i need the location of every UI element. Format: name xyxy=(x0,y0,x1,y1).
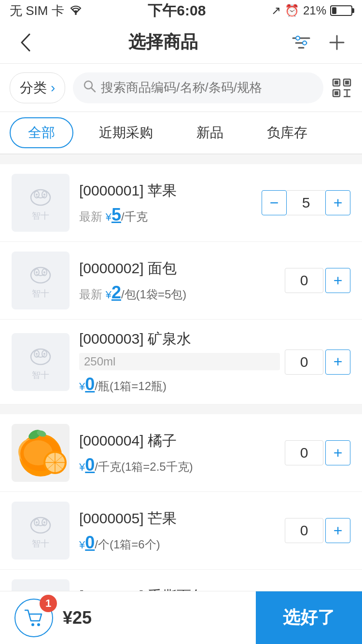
battery-icon xyxy=(330,5,352,16)
svg-rect-13 xyxy=(334,81,338,84)
product-name-2: [0000002] 面包 xyxy=(79,259,280,279)
cart-badge: 1 xyxy=(40,595,57,612)
qty-control-2: 0 + xyxy=(285,268,350,293)
cart-icon-wrap[interactable]: 1 xyxy=(14,599,53,637)
qty-input-1[interactable]: 5 xyxy=(287,190,325,215)
page-title: 选择商品 xyxy=(128,30,198,54)
search-icon xyxy=(83,79,96,96)
status-right: ↗ ⏰ 21% xyxy=(271,4,352,17)
product-image-5: 智十 xyxy=(12,502,70,560)
product-name-3: [0000003] 矿泉水 xyxy=(79,329,280,349)
price-yen-5: ¥ xyxy=(79,539,85,551)
spacer-2 xyxy=(0,405,362,414)
svg-point-49 xyxy=(36,521,38,523)
price-yen-4: ¥ xyxy=(79,461,85,473)
table-row: 智十 [0000003] 矿泉水 250ml ¥0/瓶(1箱=12瓶) 0 + xyxy=(0,320,362,405)
product-name-1: [0000001] 苹果 xyxy=(79,181,257,201)
status-bar: 无 SIM 卡 下午6:08 ↗ ⏰ 21% xyxy=(0,0,362,21)
product-name-4: [0000004] 橘子 xyxy=(79,431,280,451)
alarm-icon: ⏰ xyxy=(285,4,299,17)
svg-point-22 xyxy=(36,194,38,196)
svg-point-62 xyxy=(37,623,40,626)
battery-percent: 21% xyxy=(303,4,326,17)
price-yen-1: ¥ xyxy=(106,211,111,223)
product-price-3: ¥0/瓶(1箱=12瓶) xyxy=(79,374,280,394)
tab-negative[interactable]: 负库存 xyxy=(249,117,325,148)
product-list: 智十 [0000001] 苹果 最新 ¥5/千克 − 5 + xyxy=(0,164,362,644)
placeholder-label-3: 智十 xyxy=(32,369,49,381)
back-button[interactable] xyxy=(14,32,36,53)
plus-button-3[interactable]: + xyxy=(325,350,350,375)
category-chevron: › xyxy=(51,80,55,96)
table-row: 智十 [0000002] 面包 最新 ¥2/包(1袋=5包) 0 + xyxy=(0,242,362,320)
plus-button-4[interactable]: + xyxy=(325,440,350,465)
qty-input-2[interactable]: 0 xyxy=(285,268,323,293)
tab-new-label: 新品 xyxy=(196,124,223,142)
product-price-2: 最新 ¥2/包(1袋=5包) xyxy=(79,282,280,303)
location-icon: ↗ xyxy=(271,4,281,17)
svg-point-23 xyxy=(43,194,45,196)
cart-area: 1 ¥25 xyxy=(0,599,256,637)
add-button[interactable] xyxy=(326,32,348,53)
tab-recent-label: 近期采购 xyxy=(99,124,153,142)
product-spec-3: 250ml xyxy=(79,353,280,370)
price-unit-1: /千克 xyxy=(121,210,148,223)
product-info-3: [0000003] 矿泉水 250ml ¥0/瓶(1箱=12瓶) xyxy=(79,329,280,394)
status-time: 下午6:08 xyxy=(148,1,206,21)
qty-control-1: − 5 + xyxy=(262,190,350,215)
qty-control-4: 0 + xyxy=(285,440,350,465)
tab-all-label: 全部 xyxy=(28,124,55,142)
tab-new[interactable]: 新品 xyxy=(179,117,241,148)
product-image-1: 智十 xyxy=(12,174,70,232)
placeholder-label-2: 智十 xyxy=(32,288,49,299)
tab-negative-label: 负库存 xyxy=(267,124,307,142)
tab-recent[interactable]: 近期采购 xyxy=(81,117,171,148)
wifi-icon xyxy=(69,3,83,18)
qty-input-5[interactable]: 0 xyxy=(285,518,323,543)
scan-button[interactable] xyxy=(331,77,352,98)
svg-point-32 xyxy=(36,353,38,355)
table-row: [0000004] 橘子 ¥0/千克(1箱=2.5千克) 0 + xyxy=(0,414,362,492)
product-image-4 xyxy=(12,424,70,482)
filter-button[interactable] xyxy=(291,32,312,53)
price-num-2: 2 xyxy=(111,282,121,302)
price-num-5: 0 xyxy=(85,532,95,552)
product-info-5: [0000005] 芒果 ¥0/个(1箱=6个) xyxy=(79,509,280,553)
svg-point-28 xyxy=(43,271,45,273)
cart-total: ¥25 xyxy=(63,608,92,628)
price-unit-3: /瓶(1箱=12瓶) xyxy=(95,379,167,392)
plus-button-1[interactable]: + xyxy=(325,190,350,215)
tab-all[interactable]: 全部 xyxy=(10,117,73,148)
qty-control-5: 0 + xyxy=(285,518,350,543)
price-unit-2: /包(1袋=5包) xyxy=(121,288,186,301)
price-num-4: 0 xyxy=(85,455,95,475)
search-input[interactable] xyxy=(101,80,314,95)
qty-input-4[interactable]: 0 xyxy=(285,440,323,465)
price-label-2: 最新 xyxy=(79,288,102,301)
minus-button-1[interactable]: − xyxy=(262,190,287,215)
nav-actions xyxy=(291,32,348,53)
status-left: 无 SIM 卡 xyxy=(10,2,83,19)
carrier-text: 无 SIM 卡 xyxy=(10,2,64,19)
svg-point-0 xyxy=(75,13,77,15)
nav-bar: 选择商品 xyxy=(0,21,362,64)
product-info-1: [0000001] 苹果 最新 ¥5/千克 xyxy=(79,181,257,225)
confirm-button[interactable]: 选好了 xyxy=(256,591,362,644)
price-unit-5: /个(1箱=6个) xyxy=(95,538,160,551)
svg-point-4 xyxy=(296,36,300,40)
category-button[interactable]: 分类 › xyxy=(10,72,65,103)
price-num-3: 0 xyxy=(85,374,95,394)
qty-input-3[interactable]: 0 xyxy=(285,350,323,375)
price-label-1: 最新 xyxy=(79,210,102,223)
plus-button-2[interactable]: + xyxy=(325,268,350,293)
svg-point-5 xyxy=(303,41,306,45)
plus-button-5[interactable]: + xyxy=(325,518,350,543)
price-unit-4: /千克(1箱=2.5千克) xyxy=(95,460,193,473)
category-label: 分类 xyxy=(20,79,47,97)
svg-point-50 xyxy=(43,521,45,523)
svg-point-61 xyxy=(31,623,34,626)
filter-bar: 分类 › xyxy=(0,64,362,112)
qty-control-3: 0 + xyxy=(285,350,350,375)
product-price-4: ¥0/千克(1箱=2.5千克) xyxy=(79,455,280,475)
svg-rect-15 xyxy=(334,91,338,95)
